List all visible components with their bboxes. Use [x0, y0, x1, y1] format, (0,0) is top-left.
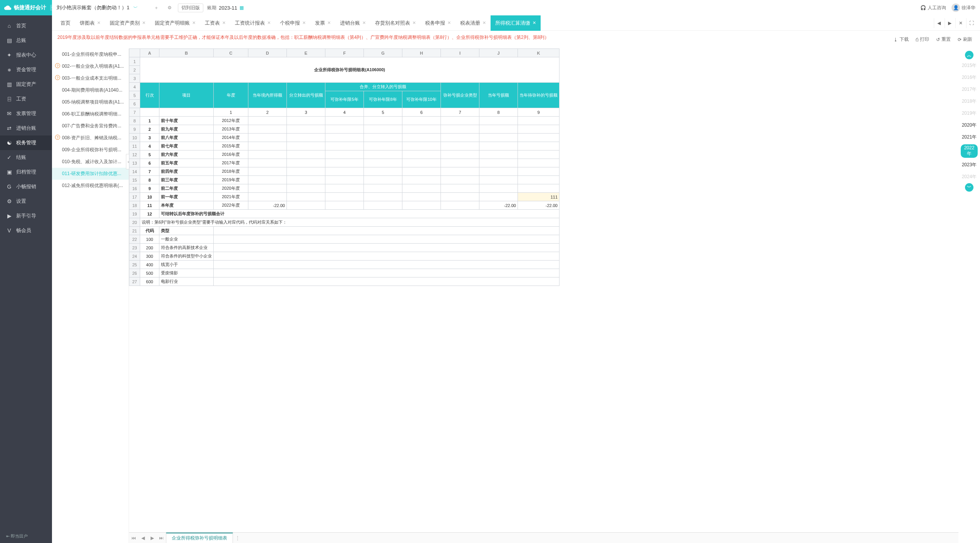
report-list-item[interactable]: 004-期间费用明细表(A1040...	[52, 84, 129, 96]
sidebar-icon: ⎈	[6, 67, 12, 73]
tab[interactable]: 工资表✕	[200, 15, 230, 31]
sidebar-item[interactable]: ▣归档管理	[0, 165, 52, 179]
report-list-item[interactable]: 007-广告费和业务宣传费跨...	[52, 120, 129, 132]
old-version-button[interactable]: 切到旧版	[178, 3, 203, 12]
list-item-label: 007-广告费和业务宣传费跨...	[62, 123, 121, 129]
sidebar-item[interactable]: ⚙设置	[0, 194, 52, 209]
report-list-item[interactable]: 012-减免所得税优惠明细表(...	[52, 180, 129, 192]
sidebar-label: 发票管理	[16, 110, 36, 117]
add-icon[interactable]: ＋	[152, 3, 161, 12]
tab-label: 所得税汇算清缴	[495, 20, 530, 27]
report-list-item[interactable]: 011-研发费用加计扣除优惠...	[52, 168, 129, 180]
report-list-item[interactable]: 006-职工薪酬纳税调整明细...	[52, 108, 129, 120]
tab[interactable]: 个税申报✕	[275, 15, 310, 31]
sum-row: 可结转以后年度弥补的亏损额合计	[159, 210, 560, 218]
col-num: 6	[402, 108, 441, 117]
col-letter: A	[140, 49, 159, 57]
col-num: 9	[518, 108, 560, 117]
tab[interactable]: 工资统计报表✕	[230, 15, 275, 31]
close-icon[interactable]: ✕	[267, 20, 271, 25]
close-icon[interactable]: ✕	[447, 20, 451, 25]
notice-text: 2019年度涉及取以前年度结转数据的申报表单元格需要手工维护正确，才能保证本年及…	[57, 34, 565, 41]
tab[interactable]: 饼图表✕	[75, 15, 105, 31]
col-letter: E	[287, 49, 325, 57]
close-icon[interactable]: ✕	[533, 20, 536, 25]
sidebar-item[interactable]: ⌂首页	[0, 18, 52, 33]
tab-label: 存货别名对照表	[375, 20, 410, 27]
period-value[interactable]: 2023-11	[219, 5, 237, 11]
tab[interactable]: 固定资产类别✕	[105, 15, 150, 31]
report-list-item[interactable]: ?002-一般企业收入明细表(A1...	[52, 60, 129, 72]
tab-label: 饼图表	[80, 20, 95, 27]
tab-label: 发票	[315, 20, 325, 27]
col-letter: C	[214, 49, 248, 57]
tab-label: 固定资产类别	[110, 20, 140, 27]
sidebar-icon: ▤	[6, 37, 12, 43]
sidebar-label: 结账	[16, 154, 26, 161]
sidebar-item[interactable]: ☯税务管理	[0, 135, 52, 150]
sidebar-item[interactable]: ✦报表中心	[0, 48, 52, 62]
report-list-item[interactable]: ?008-资产折旧、摊销及纳税...	[52, 132, 129, 144]
close-icon[interactable]: ✕	[97, 20, 101, 25]
col-letter: H	[402, 49, 441, 57]
tab[interactable]: 税表清册✕	[456, 15, 491, 31]
calendar-icon[interactable]: ▦	[240, 5, 244, 10]
sidebar-icon: ⌸	[6, 96, 12, 102]
tab[interactable]: 发票✕	[310, 15, 335, 31]
sidebar-icon: ⇄	[6, 125, 12, 131]
col-num: 5	[364, 108, 402, 117]
sidebar-icon: ✉	[6, 110, 12, 117]
sidebar-item[interactable]: G小畅报销	[0, 179, 52, 194]
sidebar-item[interactable]: ✉发票管理	[0, 106, 52, 121]
close-icon[interactable]: ✕	[192, 20, 196, 25]
sidebar-item[interactable]: ⌸工资	[0, 92, 52, 106]
list-item-label: 006-职工薪酬纳税调整明细...	[62, 111, 121, 117]
list-item-label: 005-纳税调整项目明细表(A1...	[62, 99, 124, 105]
col-letter: I	[441, 49, 479, 57]
tab[interactable]: 存货别名对照表✕	[370, 15, 420, 31]
sidebar-item[interactable]: ▶新手引导	[0, 209, 52, 223]
report-list-item[interactable]: 001-企业所得税年度纳税申...	[52, 48, 129, 60]
tab[interactable]: 固定资产明细账✕	[150, 15, 200, 31]
list-item-label: 003-一般企业成本支出明细...	[62, 75, 121, 81]
list-item-label: 010-免税、减计收入及加计...	[62, 159, 121, 164]
tab[interactable]: 进销台账✕	[335, 15, 370, 31]
sidebar-label: 进销台账	[16, 125, 36, 132]
col-letter: B	[159, 49, 214, 57]
tab[interactable]: 所得税汇算清缴✕	[491, 15, 541, 31]
report-list-item[interactable]: 005-纳税调整项目明细表(A1...	[52, 96, 129, 108]
sidebar-label: 资金管理	[16, 66, 36, 73]
report-list-item[interactable]: 009-企业所得税弥补亏损明...	[52, 144, 129, 156]
col-letter: K	[518, 49, 560, 57]
tab-label: 工资统计报表	[235, 20, 265, 27]
close-icon[interactable]: ✕	[142, 20, 146, 25]
sidebar-item[interactable]: V畅会员	[0, 223, 52, 238]
report-list-item[interactable]: ?003-一般企业成本支出明细...	[52, 72, 129, 84]
close-icon[interactable]: ✕	[327, 20, 331, 25]
sidebar-label: 总账	[16, 37, 26, 44]
close-icon[interactable]: ✕	[362, 20, 366, 25]
account-name[interactable]: 刘小艳演示账套（勿删勿动！）1	[57, 4, 129, 11]
col-num: 4	[325, 108, 364, 117]
close-icon[interactable]: ✕	[222, 20, 226, 25]
tab-label: 首页	[60, 20, 70, 27]
tab[interactable]: 税务申报✕	[420, 15, 456, 31]
sidebar-item[interactable]: ✓结账	[0, 150, 52, 165]
close-icon[interactable]: ✕	[302, 20, 306, 25]
sidebar-item[interactable]: ▤总账	[0, 33, 52, 48]
tab-label: 个税申报	[280, 20, 300, 27]
question-icon: ?	[55, 63, 60, 68]
sidebar-item[interactable]: ⎈资金管理	[0, 62, 52, 77]
col-letter: F	[325, 49, 364, 57]
col-letter: J	[479, 49, 518, 57]
sidebar-item[interactable]: ⇄进销台账	[0, 121, 52, 135]
close-icon[interactable]: ✕	[482, 20, 486, 25]
report-list-item[interactable]: 010-免税、减计收入及加计...	[52, 156, 129, 168]
account-dropdown-icon[interactable]: ﹀	[133, 5, 138, 11]
gear-icon[interactable]: ⚙	[165, 3, 174, 12]
close-icon[interactable]: ✕	[412, 20, 416, 25]
tab[interactable]: 首页	[56, 15, 75, 31]
sidebar-item[interactable]: ▥固定资产	[0, 77, 52, 92]
question-icon: ?	[55, 135, 60, 140]
sidebar-icon: ✓	[6, 154, 12, 160]
